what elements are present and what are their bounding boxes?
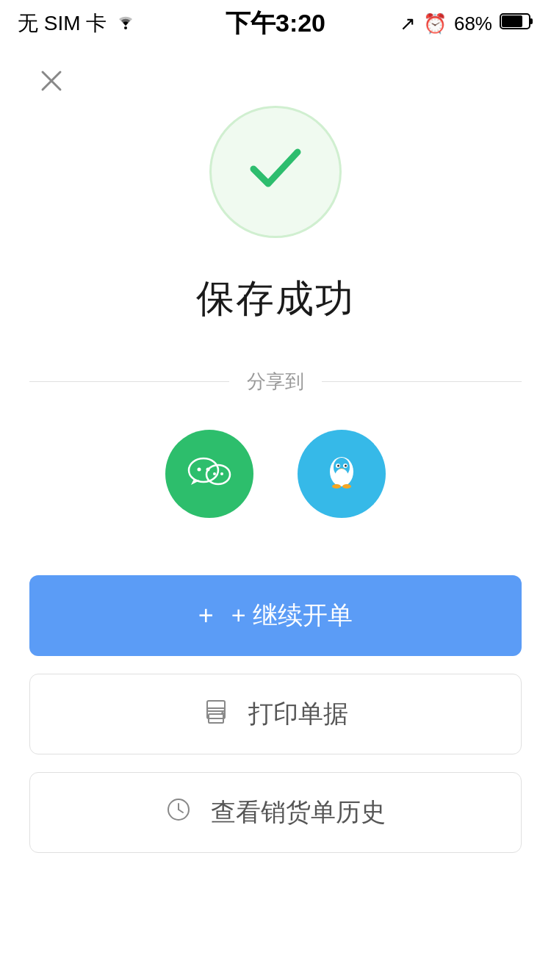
close-button[interactable] xyxy=(29,59,73,103)
print-icon xyxy=(203,698,229,730)
svg-point-25 xyxy=(221,712,224,715)
status-left: 无 SIM 卡 xyxy=(18,10,137,37)
history-button[interactable]: 查看销货单历史 xyxy=(29,772,522,853)
svg-rect-2 xyxy=(530,18,533,24)
svg-rect-3 xyxy=(502,15,522,27)
svg-point-8 xyxy=(198,468,201,472)
divider-left xyxy=(29,381,229,382)
battery-icon xyxy=(500,12,533,35)
continue-order-label: + 继续开单 xyxy=(231,599,353,633)
share-qq-button[interactable] xyxy=(298,430,386,518)
main-content: 保存成功 分享到 xyxy=(0,47,551,980)
svg-point-10 xyxy=(213,472,216,475)
continue-order-button[interactable]: + + 继续开单 xyxy=(29,575,522,656)
svg-point-17 xyxy=(345,465,347,467)
status-right: ↗ ⏰ 68% xyxy=(400,12,533,35)
wifi-icon xyxy=(114,12,137,35)
svg-point-9 xyxy=(206,468,210,472)
svg-line-28 xyxy=(179,810,183,813)
share-section: 分享到 xyxy=(0,369,551,518)
status-bar: 无 SIM 卡 下午3:20 ↗ ⏰ 68% xyxy=(0,0,551,47)
checkmark-icon xyxy=(242,134,309,210)
location-icon: ↗ xyxy=(400,12,416,35)
plus-icon: + xyxy=(198,600,214,631)
svg-rect-22 xyxy=(207,701,225,711)
share-label: 分享到 xyxy=(229,369,322,394)
success-title: 保存成功 xyxy=(196,273,355,325)
svg-point-21 xyxy=(335,469,348,483)
history-label: 查看销货单历史 xyxy=(211,796,386,829)
print-button[interactable]: 打印单据 xyxy=(29,674,522,754)
success-circle xyxy=(209,106,342,238)
clock-icon xyxy=(165,796,192,829)
svg-point-11 xyxy=(220,472,223,475)
svg-point-16 xyxy=(337,465,339,467)
divider-right xyxy=(322,381,522,382)
battery-text: 68% xyxy=(454,12,492,35)
print-label: 打印单据 xyxy=(248,697,348,731)
actions: + + 继续开单 打印单据 查看销货单 xyxy=(0,575,551,853)
svg-point-0 xyxy=(124,26,127,29)
svg-point-6 xyxy=(189,458,218,482)
share-wechat-button[interactable] xyxy=(165,430,253,518)
share-icons xyxy=(165,430,386,518)
svg-point-20 xyxy=(342,484,351,489)
divider-row: 分享到 xyxy=(0,369,551,394)
status-time: 下午3:20 xyxy=(226,7,325,40)
sim-text: 无 SIM 卡 xyxy=(18,10,107,37)
svg-point-19 xyxy=(332,484,341,489)
alarm-icon: ⏰ xyxy=(423,12,447,35)
